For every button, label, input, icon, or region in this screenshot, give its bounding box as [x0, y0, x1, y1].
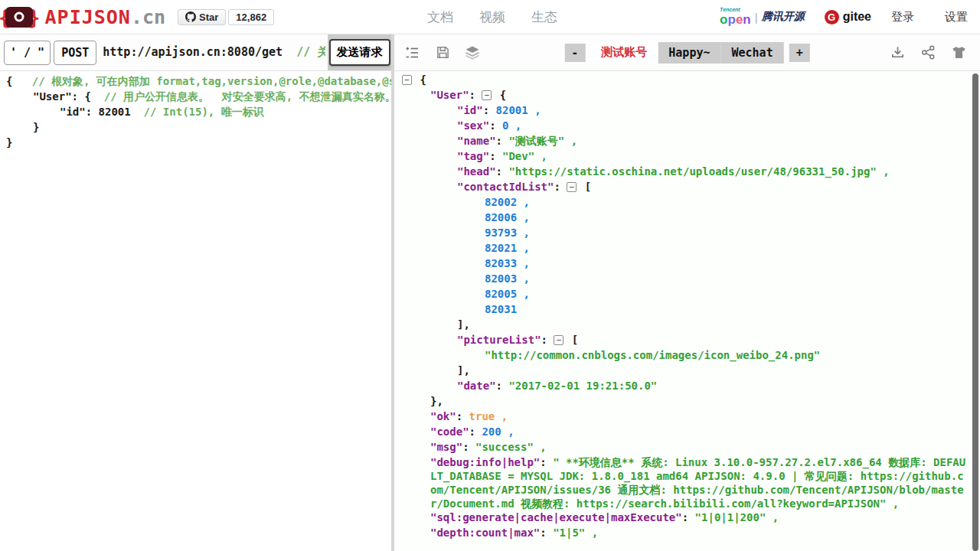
account-tabs: - 测试账号 Happy~ Wechat + [564, 41, 809, 64]
tab-wechat[interactable]: Wechat [721, 42, 784, 64]
nav-ecosystem[interactable]: 生态 [531, 8, 557, 26]
github-icon [185, 11, 196, 22]
code-line: "date": "2017-02-01 19:21:50.0" [394, 380, 968, 395]
response-toolbar-right-icons [890, 45, 966, 60]
theme-shirt-icon[interactable] [951, 45, 966, 60]
line-numbers-icon[interactable] [405, 45, 420, 60]
code-line[interactable]: } [0, 136, 391, 152]
code-line: "contactIdList": − [ [394, 181, 968, 196]
collapse-icon[interactable]: − [482, 90, 492, 100]
code-line[interactable]: "User": { // 用户公开信息表。 对安全要求高, 不想泄漏真实名称。 [0, 90, 391, 106]
download-icon[interactable] [890, 45, 905, 60]
response-toolbar-left-icons [405, 45, 480, 60]
response-scrollbar-thumb[interactable] [972, 73, 978, 551]
gitee-icon: G [825, 10, 839, 24]
nav-docs[interactable]: 文档 [427, 8, 453, 26]
url-value: http://apijson.cn:8080/get [103, 45, 283, 59]
star-count[interactable]: 12,862 [228, 9, 274, 25]
code-line: "head": "https://static.oschina.net/uplo… [394, 165, 968, 181]
code-line: "sql:generate|cache|execute|maxExecute":… [394, 511, 968, 527]
code-line: "debug:info|help": " **环境信息** 系统: Linux … [394, 456, 968, 511]
code-line: "name": "测试账号" , [394, 135, 968, 150]
panel-divider[interactable] [391, 34, 394, 551]
code-line: 82005 , [394, 288, 968, 303]
send-button-area: 发送请求 [328, 34, 391, 70]
star-label: Star [199, 11, 218, 23]
code-line: "sex": 0 , [394, 119, 968, 135]
code-line: "http://common.cnblogs.com/images/icon_w… [394, 349, 968, 364]
quote-toggle-button[interactable]: ' / " [4, 41, 51, 65]
code-line[interactable]: "id": 82001 // Int(15), 唯一标识 [0, 106, 391, 121]
code-line: ], [394, 318, 968, 334]
collapse-icon[interactable]: − [402, 75, 412, 85]
layers-icon[interactable] [465, 45, 480, 60]
code-line[interactable]: { // 根对象, 可在内部加 format,tag,version,@role… [0, 75, 391, 90]
save-icon[interactable] [435, 45, 450, 60]
code-line: "id": 82001 , [394, 104, 968, 119]
code-line: − { [394, 73, 968, 89]
url-comment: // 关联查询 ( [283, 45, 325, 59]
toolbar-row: ' / " POST http://apijson.cn:8080/get //… [0, 34, 980, 71]
code-line: "msg": "success" , [394, 441, 968, 456]
code-line: 82031 [394, 303, 968, 318]
code-line: "ok": true , [394, 410, 968, 425]
response-json: − {"User": − {"id": 82001 ,"sex": 0 ,"na… [394, 73, 968, 542]
tencent-opensource-link[interactable]: Tencent open | 腾讯开源 [720, 7, 805, 28]
request-toolbar: ' / " POST http://apijson.cn:8080/get //… [0, 34, 391, 70]
share-icon[interactable] [920, 45, 936, 60]
code-line[interactable]: } [0, 121, 391, 136]
code-line: ], [394, 364, 968, 380]
code-line: 93793 , [394, 227, 968, 242]
code-line: "depth:count|max": "1|5" , [394, 527, 968, 542]
method-button[interactable]: POST [54, 41, 96, 65]
code-line: 82033 , [394, 257, 968, 272]
remove-tab-button[interactable]: - [564, 44, 585, 62]
tab-happy[interactable]: Happy~ [658, 42, 720, 64]
code-line: "User": − { [394, 89, 968, 104]
header-nav: 文档 视频 生态 [427, 8, 557, 26]
response-toolbar: - 测试账号 Happy~ Wechat + [394, 34, 980, 70]
code-line: 82002 , [394, 196, 968, 211]
apijson-logo[interactable]: { } APIJSON .cn [2, 6, 165, 28]
brand-title: APIJSON [45, 6, 131, 28]
login-link[interactable]: 登录 [891, 10, 914, 24]
collapse-icon[interactable]: − [554, 335, 564, 345]
send-request-button[interactable]: 发送请求 [329, 39, 390, 66]
code-line: 82006 , [394, 211, 968, 227]
code-line: "tag": "Dev" , [394, 150, 968, 165]
settings-link[interactable]: 设置 [945, 10, 968, 24]
nav-video[interactable]: 视频 [479, 8, 505, 26]
code-line: "code": 200 , [394, 425, 968, 441]
main-area: { // 根对象, 可在内部加 format,tag,version,@role… [0, 71, 980, 551]
code-line: 82003 , [394, 272, 968, 288]
code-line: "pictureList": − [ [394, 334, 968, 349]
header-right: Tencent open | 腾讯开源 G gitee 登录 设置 [720, 7, 980, 28]
url-input[interactable]: http://apijson.cn:8080/get // 关联查询 ( [103, 45, 325, 60]
response-json-viewer: − {"User": − {"id": 82001 ,"sex": 0 ,"na… [394, 71, 980, 551]
top-header: { } APIJSON .cn Star 12,862 文档 视频 生态 Ten… [0, 0, 980, 34]
gitee-link[interactable]: G gitee [825, 10, 871, 24]
github-star-widget: Star 12,862 [178, 9, 274, 25]
brand-suffix: .cn [131, 6, 165, 28]
github-star-button[interactable]: Star [178, 9, 226, 25]
request-code-editor[interactable]: { // 根对象, 可在内部加 format,tag,version,@role… [0, 71, 391, 551]
add-tab-button[interactable]: + [789, 44, 810, 62]
code-line: }, [394, 395, 968, 410]
tab-test-account[interactable]: 测试账号 [590, 41, 658, 64]
collapse-icon[interactable]: − [567, 182, 577, 192]
code-line: 82021 , [394, 242, 968, 257]
logo-camera-icon [5, 7, 33, 28]
tencent-open-logo: Tencent open [720, 7, 751, 28]
